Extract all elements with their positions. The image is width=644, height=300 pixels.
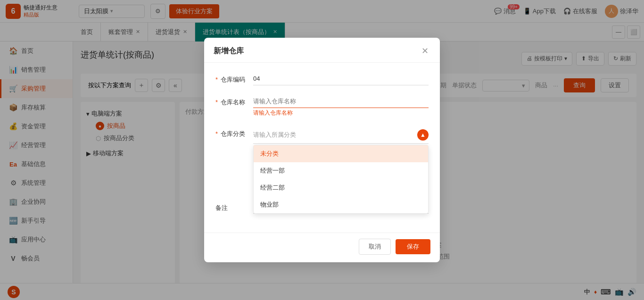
category-placeholder: 请输入所属分类 — [253, 131, 296, 139]
dropdown-option-3[interactable]: 物业部 — [254, 196, 428, 213]
save-button[interactable]: 保存 — [396, 239, 430, 254]
category-input-wrap: 请输入所属分类 ▲ 未分类 经营一部 经营二部 物业部 — [253, 126, 429, 144]
category-dropdown: 未分类 经营一部 经营二部 物业部 — [253, 145, 429, 214]
name-error-msg: 请输入仓库名称 — [253, 109, 429, 117]
code-label: * 仓库编码 — [215, 72, 253, 84]
note-label: 备注 — [215, 200, 253, 212]
code-input[interactable] — [253, 72, 429, 85]
modal-overlay[interactable]: 新增仓库 ✕ * 仓库编码 * 仓库名称 — [0, 0, 644, 300]
dialog-footer: 取消 保存 — [204, 233, 440, 262]
dialog-header: 新增仓库 ✕ — [204, 38, 440, 63]
form-row-category: * 仓库分类 请输入所属分类 ▲ 未分类 经营一部 经营二部 物业部 — [215, 126, 429, 144]
dropdown-option-0[interactable]: 未分类 — [254, 145, 428, 162]
name-input-wrap: 请输入仓库名称 — [253, 95, 429, 117]
name-label: * 仓库名称 — [215, 95, 253, 107]
dialog-close-button[interactable]: ✕ — [419, 45, 430, 57]
dialog-title: 新增仓库 — [214, 46, 244, 56]
code-input-wrap — [253, 72, 429, 85]
add-warehouse-dialog: 新增仓库 ✕ * 仓库编码 * 仓库名称 — [204, 38, 440, 262]
cancel-button[interactable]: 取消 — [359, 239, 391, 255]
dropdown-option-1[interactable]: 经营一部 — [254, 162, 428, 179]
dialog-body: * 仓库编码 * 仓库名称 请输入仓库名称 — [204, 63, 440, 233]
category-select[interactable]: 请输入所属分类 ▲ — [253, 126, 429, 144]
category-label: * 仓库分类 — [215, 126, 253, 138]
category-select-arrow[interactable]: ▲ — [417, 129, 429, 141]
name-input[interactable] — [253, 95, 429, 108]
form-row-name: * 仓库名称 请输入仓库名称 — [215, 95, 429, 117]
dropdown-option-2[interactable]: 经营二部 — [254, 179, 428, 196]
form-row-code: * 仓库编码 — [215, 72, 429, 85]
